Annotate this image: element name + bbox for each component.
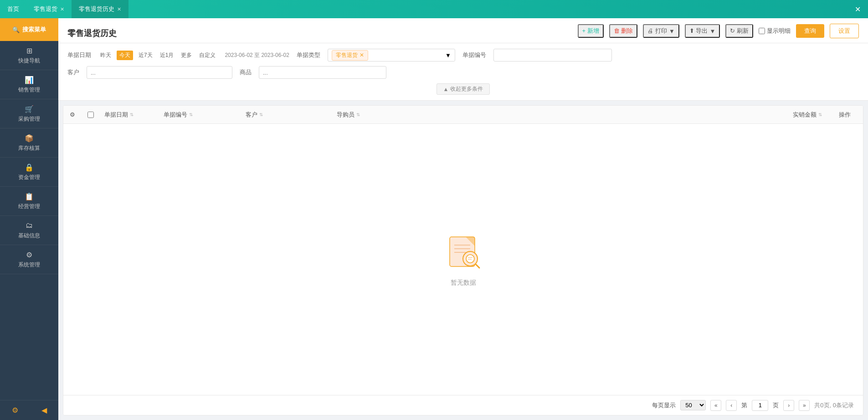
th-guide-sort-icon[interactable]: ⇅ bbox=[356, 112, 360, 117]
sidebar-settings-icon[interactable]: ⚙ bbox=[12, 406, 18, 415]
show-detail-label: 显示明细 bbox=[767, 27, 791, 35]
select-all-checkbox[interactable] bbox=[87, 112, 94, 118]
setting-button[interactable]: 设置 bbox=[830, 24, 859, 38]
table-body: 暂无数据 bbox=[63, 124, 863, 395]
sidebar-bottom: ⚙ ◀ bbox=[0, 400, 58, 420]
next-page-button[interactable]: › bbox=[783, 400, 794, 411]
top-bar: 首页 零售退货 ✕ 零售退货历史 ✕ ✕ bbox=[0, 0, 868, 18]
print-button-label: 🖨 打印 bbox=[647, 27, 667, 35]
doc-type-select[interactable]: 零售退货 ✕ ▼ bbox=[328, 49, 455, 61]
th-num-sort-icon[interactable]: ⇅ bbox=[189, 112, 193, 117]
collapse-bar: ▲ 收起更多条件 bbox=[67, 83, 859, 95]
customer-label: 客户 bbox=[67, 68, 79, 77]
basic-info-icon: 🗂 bbox=[25, 221, 34, 230]
page-unit-label: 页 bbox=[773, 401, 779, 410]
goods-label: 商品 bbox=[240, 68, 252, 77]
total-info: 共0页, 0条记录 bbox=[814, 401, 854, 410]
tab-retail-return[interactable]: 零售退货 ✕ bbox=[26, 0, 72, 18]
date-btn-more[interactable]: 更多 bbox=[179, 51, 194, 60]
date-range-display: 2023-06-02 至 2023-06-02 bbox=[225, 51, 289, 59]
delete-button[interactable]: 🗑 删除 bbox=[609, 24, 638, 38]
collapse-icon: ▲ bbox=[443, 86, 449, 92]
sidebar-item-quick-nav[interactable]: ⊞ 快捷导航 bbox=[0, 41, 58, 70]
refresh-button-label: ↻ 刷新 bbox=[730, 27, 749, 35]
settings-icon[interactable]: ⚙ bbox=[70, 111, 75, 118]
tab-retail-return-history-close[interactable]: ✕ bbox=[117, 6, 121, 12]
export-button[interactable]: ⬆ 导出 ▼ bbox=[685, 24, 720, 38]
th-amount[interactable]: 实销金额 ⇅ bbox=[772, 111, 827, 119]
sidebar-collapse-icon[interactable]: ◀ bbox=[41, 406, 47, 415]
th-customer-label: 客户 bbox=[246, 111, 257, 119]
th-action-label: 操作 bbox=[839, 111, 851, 119]
th-customer[interactable]: 客户 ⇅ bbox=[241, 111, 332, 119]
doc-type-tag-remove[interactable]: ✕ bbox=[360, 52, 364, 58]
collapse-label: 收起更多条件 bbox=[450, 85, 483, 93]
export-button-label: ⬆ 导出 bbox=[689, 27, 708, 35]
sidebar-item-finance-mgmt[interactable]: 🔒 资金管理 bbox=[0, 158, 58, 187]
collapse-button[interactable]: ▲ 收起更多条件 bbox=[437, 83, 490, 95]
first-page-button[interactable]: « bbox=[710, 400, 721, 411]
setting-button-label: 设置 bbox=[838, 27, 850, 34]
query-button-label: 查询 bbox=[804, 27, 816, 34]
inventory-icon: 📦 bbox=[25, 133, 34, 143]
th-guide[interactable]: 导购员 ⇅ bbox=[332, 111, 772, 119]
th-settings[interactable]: ⚙ bbox=[63, 111, 82, 118]
prev-page-button[interactable]: ‹ bbox=[726, 400, 737, 411]
sidebar-item-inventory-label: 库存核算 bbox=[18, 144, 40, 152]
page-size-select[interactable]: 20 50 100 bbox=[680, 400, 706, 410]
show-detail-checkbox-label[interactable]: 显示明细 bbox=[759, 27, 791, 35]
new-button[interactable]: + 新增 bbox=[578, 24, 604, 38]
date-btn-custom[interactable]: 自定义 bbox=[197, 51, 217, 60]
sidebar-item-system-mgmt[interactable]: ⚙ 系统管理 bbox=[0, 245, 58, 274]
th-checkbox[interactable] bbox=[82, 112, 100, 118]
show-detail-checkbox[interactable] bbox=[759, 28, 765, 34]
tab-retail-return-history[interactable]: 零售退货历史 ✕ bbox=[72, 0, 128, 18]
th-customer-sort-icon[interactable]: ⇅ bbox=[259, 112, 263, 117]
th-guide-label: 导购员 bbox=[337, 111, 354, 119]
customer-input[interactable] bbox=[87, 66, 232, 79]
sidebar-item-basic-label: 基础信息 bbox=[18, 232, 40, 240]
doc-type-label: 单据类型 bbox=[297, 51, 320, 59]
query-button[interactable]: 查询 bbox=[796, 24, 824, 38]
page-number-input[interactable] bbox=[752, 400, 768, 411]
goods-input[interactable] bbox=[259, 66, 386, 79]
window-close-button[interactable]: ✕ bbox=[855, 5, 868, 14]
refresh-button[interactable]: ↻ 刷新 bbox=[725, 24, 753, 38]
table-container: ⚙ 单据日期 ⇅ 单据编号 ⇅ 客户 ⇅ 导购员 bbox=[63, 105, 863, 415]
new-button-label: + 新增 bbox=[582, 27, 599, 35]
doc-type-tag: 零售退货 ✕ bbox=[332, 50, 368, 61]
th-num[interactable]: 单据编号 ⇅ bbox=[159, 111, 241, 119]
sidebar-item-operation-mgmt[interactable]: 📋 经营管理 bbox=[0, 187, 58, 216]
system-icon: ⚙ bbox=[25, 250, 34, 259]
sidebar-item-purchase-mgmt[interactable]: 🛒 采购管理 bbox=[0, 99, 58, 128]
sidebar-item-basic-info[interactable]: 🗂 基础信息 bbox=[0, 216, 58, 245]
doc-num-input[interactable] bbox=[493, 49, 612, 61]
doc-type-dropdown-icon[interactable]: ▼ bbox=[445, 52, 451, 59]
sidebar-item-inventory[interactable]: 📦 库存核算 bbox=[0, 128, 58, 158]
tab-retail-return-label: 零售退货 bbox=[34, 5, 57, 13]
svg-line-7 bbox=[476, 264, 479, 268]
sidebar: 🔍 搜索菜单 ⊞ 快捷导航 📊 销售管理 🛒 采购管理 📦 库存核算 🔒 资金管… bbox=[0, 18, 58, 420]
main-layout: 🔍 搜索菜单 ⊞ 快捷导航 📊 销售管理 🛒 采购管理 📦 库存核算 🔒 资金管… bbox=[0, 18, 868, 420]
last-page-button[interactable]: » bbox=[799, 400, 810, 411]
print-dropdown-icon[interactable]: ▼ bbox=[669, 28, 675, 35]
date-btn-last7[interactable]: 近7天 bbox=[137, 51, 154, 60]
sidebar-item-sales-mgmt[interactable]: 📊 销售管理 bbox=[0, 70, 58, 99]
empty-state-icon bbox=[441, 232, 486, 273]
th-action: 操作 bbox=[827, 111, 863, 119]
tab-home[interactable]: 首页 bbox=[0, 0, 26, 18]
th-amount-sort-icon[interactable]: ⇅ bbox=[818, 112, 822, 117]
sidebar-search[interactable]: 🔍 搜索菜单 bbox=[0, 18, 58, 41]
date-btn-yesterday[interactable]: 昨天 bbox=[98, 51, 113, 60]
th-date-sort-icon[interactable]: ⇅ bbox=[130, 112, 134, 117]
svg-point-6 bbox=[466, 255, 474, 263]
tab-retail-return-close[interactable]: ✕ bbox=[60, 6, 64, 12]
page-size-label: 每页显示 bbox=[652, 401, 676, 410]
print-button[interactable]: 🖨 打印 ▼ bbox=[643, 24, 679, 38]
sidebar-item-system-label: 系统管理 bbox=[18, 261, 40, 269]
export-dropdown-icon[interactable]: ▼ bbox=[710, 28, 716, 35]
date-btn-last1month[interactable]: 近1月 bbox=[158, 51, 176, 60]
sidebar-item-purchase-label: 采购管理 bbox=[18, 115, 40, 123]
th-date[interactable]: 单据日期 ⇅ bbox=[100, 111, 159, 119]
date-btn-today[interactable]: 今天 bbox=[117, 51, 133, 60]
